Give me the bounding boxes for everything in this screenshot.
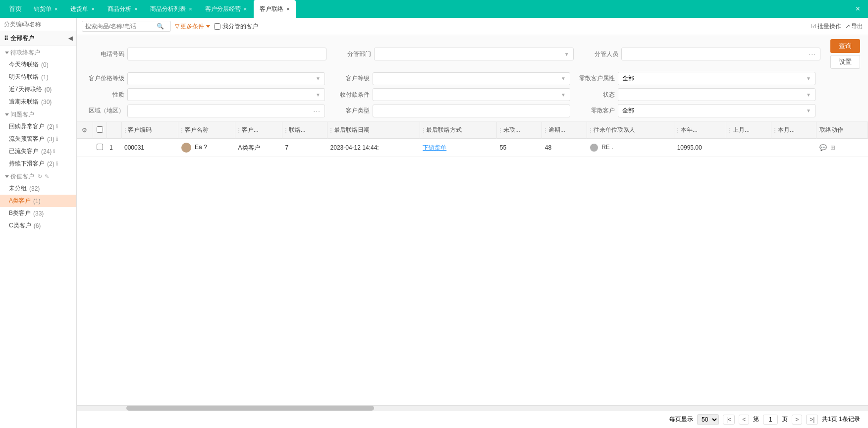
- row-checkbox-cell[interactable]: [93, 139, 107, 157]
- setting-button[interactable]: 设置: [830, 55, 860, 69]
- batch-op-btn[interactable]: ☑ 批量操作: [811, 22, 841, 31]
- scrollbar-thumb[interactable]: [126, 406, 374, 411]
- sidebar-search-input[interactable]: [4, 21, 77, 28]
- dept-select[interactable]: ▼: [374, 48, 573, 60]
- col-name[interactable]: ⋮ 客户名称: [178, 122, 235, 139]
- customer-table: ⚙ ⋮ 客户编码 ⋮ 客户名称 ⋮ 客户... ⋮ 联络... ⋮ 最后联络日期…: [77, 122, 868, 157]
- col-this-year[interactable]: ⋮ 本年...: [674, 122, 726, 139]
- action-qrcode-icon[interactable]: ⊞: [830, 144, 835, 151]
- col-checkbox[interactable]: [93, 122, 107, 139]
- page-prev-btn[interactable]: <: [739, 415, 749, 425]
- sidebar-item-7days[interactable]: 近7天待联络 (0): [0, 83, 76, 96]
- filter-manager: 分管人员 ···: [579, 48, 820, 60]
- col-settings[interactable]: ⚙: [77, 122, 93, 139]
- close-customer-contact-tab[interactable]: ×: [286, 6, 289, 12]
- close-all-icon[interactable]: ×: [852, 4, 864, 13]
- main-search-input[interactable]: [85, 23, 155, 30]
- sidebar-item-declining[interactable]: 持续下滑客户 (2) ℹ: [0, 158, 76, 170]
- close-customer-tier-tab[interactable]: ×: [244, 6, 247, 12]
- col-last-date[interactable]: ⋮ 最后联络日期: [327, 122, 420, 139]
- nature-select[interactable]: ▼: [127, 88, 325, 101]
- nav-tab-analysis-list[interactable]: 商品分析列表 ×: [144, 0, 198, 18]
- payment-select[interactable]: ▼: [373, 88, 570, 101]
- col-this-month[interactable]: ⋮ 本月...: [771, 122, 816, 139]
- last-method-link[interactable]: 下销货单: [423, 144, 446, 151]
- col-last-method[interactable]: ⋮ 最后联络方式: [420, 122, 496, 139]
- group-value-label[interactable]: 价值客户 ↻ ✎: [0, 170, 76, 182]
- horizontal-scrollbar[interactable]: [77, 405, 868, 410]
- sidebar-item-unclassified[interactable]: 未分组 (32): [0, 182, 76, 195]
- settings-gear-icon[interactable]: ⚙: [82, 127, 87, 134]
- row-overdue-cell: 48: [542, 139, 587, 157]
- sidebar-item-tomorrow[interactable]: 明天待联络 (1): [0, 71, 76, 83]
- page-last-btn[interactable]: >|: [806, 415, 818, 425]
- search-icon[interactable]: 🔍: [157, 23, 164, 30]
- region-input[interactable]: ···: [127, 105, 325, 117]
- close-sales-tab[interactable]: ×: [54, 6, 57, 12]
- sidebar-item-class-b[interactable]: B类客户 (33): [0, 207, 76, 219]
- col-last-month[interactable]: ⋮ 上月...: [726, 122, 771, 139]
- filter-row-2: 客户价格等级 ▼ 客户等级 ▼ 零散客户属性 全部: [85, 72, 860, 85]
- nav-home[interactable]: 首页: [4, 4, 27, 13]
- page-next-btn[interactable]: >: [792, 415, 802, 425]
- payment-arrow: ▼: [561, 92, 566, 98]
- retail-attr-select[interactable]: 全部 ▼: [618, 72, 815, 85]
- cust-type-input[interactable]: [373, 105, 570, 117]
- select-all-checkbox[interactable]: [97, 126, 103, 133]
- col-contact[interactable]: ⋮ 联络...: [282, 122, 327, 139]
- filter-cust-type: 客户类型: [330, 105, 570, 117]
- export-btn[interactable]: ↗ 导出: [845, 22, 863, 31]
- col-overdue[interactable]: ⋮ 逾期...: [542, 122, 587, 139]
- col-prev-contact[interactable]: ⋮ 往来单位联系人: [587, 122, 674, 139]
- close-analysis-tab[interactable]: ×: [134, 6, 137, 12]
- my-customers-checkbox[interactable]: 我分管的客户: [214, 22, 258, 31]
- cust-grade-select[interactable]: ▼: [373, 72, 570, 85]
- collapse-icon[interactable]: ◀: [68, 35, 72, 42]
- nav-tab-customer-tier[interactable]: 客户分层经营 ×: [199, 0, 253, 18]
- sidebar-item-today[interactable]: 今天待联络 (0): [0, 58, 76, 71]
- dept-arrow: ▼: [564, 52, 569, 57]
- manager-input[interactable]: ···: [621, 48, 820, 60]
- sidebar-item-lost[interactable]: 已流失客户 (24) ℹ: [0, 145, 76, 158]
- page-input[interactable]: [763, 415, 778, 425]
- sidebar: 🔍 ⠿ 全部客户 ◀ 待联络客户 今天待联络 (0) 明天待联络 (1) 近7天…: [0, 18, 77, 428]
- row-last-month-cell: [726, 139, 771, 157]
- action-message-icon[interactable]: 💬: [819, 144, 827, 151]
- batch-icon: ☑: [811, 23, 816, 30]
- per-page-select[interactable]: 50: [697, 414, 719, 425]
- col-type[interactable]: ⋮ 客户...: [235, 122, 282, 139]
- nav-tab-sales[interactable]: 销货单 ×: [28, 0, 63, 18]
- nav-tab-analysis[interactable]: 商品分析 ×: [102, 0, 143, 18]
- row-name-cell: Ea ?: [178, 139, 235, 157]
- avatar: [181, 143, 191, 153]
- group-pending-label[interactable]: 待联络客户: [0, 46, 76, 58]
- sidebar-item-class-c[interactable]: C类客户 (6): [0, 219, 76, 232]
- col-code[interactable]: ⋮ 客户编码: [121, 122, 178, 139]
- close-analysis-list-tab[interactable]: ×: [189, 6, 192, 12]
- col-no-contact[interactable]: ⋮ 未联...: [497, 122, 542, 139]
- edit-value-icon[interactable]: ✎: [45, 173, 49, 180]
- more-filters-btn[interactable]: ▽ 更多条件: [175, 22, 210, 31]
- row-last-method-cell[interactable]: 下销货单: [420, 139, 496, 157]
- sidebar-item-repurchase[interactable]: 回购异常客户 (2) ℹ: [0, 120, 76, 133]
- price-grade-select[interactable]: ▼: [127, 72, 325, 85]
- sidebar-item-overdue[interactable]: 逾期未联络 (30): [0, 96, 76, 108]
- sidebar-item-class-a[interactable]: A类客户 (1): [0, 195, 76, 207]
- close-purchase-tab[interactable]: ×: [91, 6, 94, 12]
- refresh-icon[interactable]: ↻: [38, 173, 42, 180]
- nav-tab-customer-contact[interactable]: 客户联络 ×: [254, 0, 295, 18]
- page-first-btn[interactable]: |<: [723, 415, 735, 425]
- expand-value-icon: [5, 175, 9, 178]
- status-select[interactable]: ▼: [618, 88, 815, 101]
- all-customers-header[interactable]: ⠿ 全部客户 ◀: [0, 31, 76, 46]
- row-checkbox[interactable]: [97, 144, 103, 150]
- phone-input[interactable]: [127, 48, 326, 60]
- sidebar-item-loss-warning[interactable]: 流失预警客户 (3) ℹ: [0, 133, 76, 145]
- query-button[interactable]: 查询: [830, 39, 860, 53]
- my-customers-check[interactable]: [214, 23, 220, 30]
- group-problem-label[interactable]: 问题客户: [0, 108, 76, 120]
- export-label: 导出: [851, 22, 863, 31]
- retail-cust-select[interactable]: 全部 ▼: [618, 104, 815, 117]
- nav-tab-purchase[interactable]: 进货单 ×: [64, 0, 100, 18]
- region-dots: ···: [313, 107, 321, 115]
